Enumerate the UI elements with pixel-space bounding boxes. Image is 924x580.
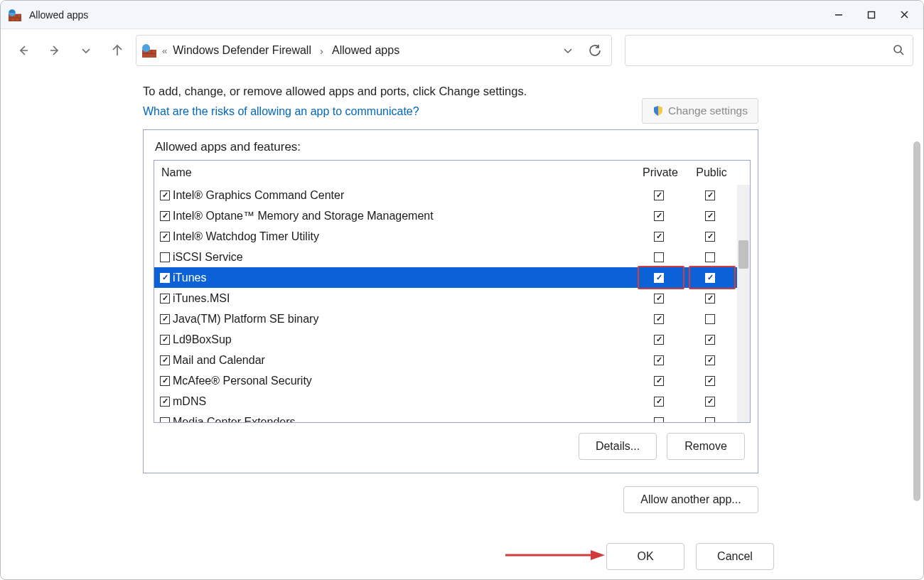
column-private[interactable]: Private: [635, 166, 686, 179]
column-public[interactable]: Public: [686, 166, 737, 179]
allowed-apps-group: Allowed apps and features: Name Private …: [143, 129, 758, 473]
enable-checkbox[interactable]: [160, 252, 170, 262]
remove-button[interactable]: Remove: [667, 433, 745, 460]
private-checkbox[interactable]: [654, 314, 664, 324]
public-checkbox[interactable]: [705, 335, 715, 345]
table-row[interactable]: Java(TM) Platform SE binary: [154, 308, 750, 329]
public-checkbox[interactable]: [705, 252, 715, 262]
private-checkbox[interactable]: [654, 273, 664, 283]
list-scrollbar[interactable]: [737, 185, 750, 422]
address-bar[interactable]: « Windows Defender Firewall › Allowed ap…: [136, 35, 612, 66]
private-checkbox[interactable]: [654, 211, 664, 221]
table-row[interactable]: mDNS: [154, 391, 750, 412]
public-checkbox[interactable]: [705, 273, 715, 283]
table-row[interactable]: iTunes.MSI: [154, 288, 750, 308]
app-name: Media Center Extenders: [173, 416, 635, 423]
enable-checkbox[interactable]: [160, 417, 170, 423]
apps-listbox[interactable]: Name Private Public Intel® Graphics Comm…: [154, 160, 751, 423]
risks-link[interactable]: What are the risks of allowing an app to…: [143, 105, 419, 117]
public-checkbox[interactable]: [705, 232, 715, 242]
private-checkbox[interactable]: [654, 232, 664, 242]
window-title: Allowed apps: [29, 9, 88, 21]
enable-checkbox[interactable]: [160, 211, 170, 221]
svg-rect-10: [869, 11, 875, 18]
chevron-right-icon: ›: [320, 45, 323, 57]
public-checkbox[interactable]: [705, 190, 715, 200]
table-row[interactable]: Ld9BoxSup: [154, 329, 750, 350]
app-name: McAfee® Personal Security: [173, 375, 635, 387]
dialog-footer: OK Cancel: [1, 534, 923, 579]
nav-row: « Windows Defender Firewall › Allowed ap…: [1, 29, 923, 72]
breadcrumb-current[interactable]: Allowed apps: [332, 44, 399, 57]
close-button[interactable]: [888, 1, 920, 29]
app-name: iTunes: [173, 272, 635, 284]
content-area: To add, change, or remove allowed apps a…: [1, 72, 923, 534]
table-row[interactable]: Media Center Extenders: [154, 412, 750, 422]
app-name: iTunes.MSI: [173, 292, 635, 305]
public-checkbox[interactable]: [705, 417, 715, 423]
svg-point-20: [142, 44, 150, 52]
page-scrollbar[interactable]: [912, 77, 922, 530]
page-scrollbar-thumb[interactable]: [913, 141, 920, 501]
enable-checkbox[interactable]: [160, 232, 170, 242]
intro-text: To add, change, or remove allowed apps a…: [143, 85, 768, 98]
refresh-button[interactable]: [584, 40, 606, 61]
annotation-arrow: [505, 548, 605, 562]
details-button[interactable]: Details...: [579, 433, 657, 460]
private-checkbox[interactable]: [654, 252, 664, 262]
list-header: Name Private Public: [154, 161, 750, 185]
forward-button[interactable]: [42, 38, 68, 63]
maximize-button[interactable]: [855, 1, 888, 29]
allow-another-app-button[interactable]: Allow another app...: [623, 486, 758, 513]
private-checkbox[interactable]: [654, 335, 664, 345]
enable-checkbox[interactable]: [160, 335, 170, 345]
table-row[interactable]: Intel® Optane™ Memory and Storage Manage…: [154, 205, 750, 226]
svg-line-22: [901, 52, 903, 55]
search-input[interactable]: [625, 35, 913, 66]
private-checkbox[interactable]: [654, 397, 664, 407]
table-row[interactable]: Mail and Calendar: [154, 350, 750, 370]
private-checkbox[interactable]: [654, 294, 664, 304]
public-checkbox[interactable]: [705, 211, 715, 221]
ok-button[interactable]: OK: [606, 543, 684, 570]
app-name: Ld9BoxSup: [173, 333, 635, 346]
enable-checkbox[interactable]: [160, 190, 170, 200]
public-checkbox[interactable]: [705, 376, 715, 386]
table-row[interactable]: iSCSI Service: [154, 247, 750, 267]
breadcrumb-parent[interactable]: Windows Defender Firewall: [173, 44, 311, 57]
public-checkbox[interactable]: [705, 397, 715, 407]
table-row[interactable]: iTunes: [154, 267, 750, 288]
recent-dropdown[interactable]: [73, 38, 99, 63]
enable-checkbox[interactable]: [160, 397, 170, 407]
enable-checkbox[interactable]: [160, 355, 170, 365]
private-checkbox[interactable]: [654, 355, 664, 365]
public-checkbox[interactable]: [705, 314, 715, 324]
table-row[interactable]: Intel® Watchdog Timer Utility: [154, 226, 750, 247]
scrollbar-thumb[interactable]: [738, 240, 748, 269]
table-row[interactable]: McAfee® Personal Security: [154, 370, 750, 391]
column-name[interactable]: Name: [154, 166, 635, 179]
table-row[interactable]: Intel® Graphics Command Center: [154, 185, 750, 205]
titlebar: Allowed apps: [1, 1, 923, 29]
path-overflow-icon[interactable]: «: [162, 45, 167, 56]
private-checkbox[interactable]: [654, 376, 664, 386]
enable-checkbox[interactable]: [160, 273, 170, 283]
app-name: Intel® Watchdog Timer Utility: [173, 230, 635, 243]
enable-checkbox[interactable]: [160, 376, 170, 386]
address-dropdown[interactable]: [557, 40, 579, 61]
private-checkbox[interactable]: [654, 417, 664, 423]
app-name: Intel® Graphics Command Center: [173, 189, 635, 202]
enable-checkbox[interactable]: [160, 314, 170, 324]
search-icon: [893, 44, 904, 58]
back-button[interactable]: [11, 38, 36, 63]
public-checkbox[interactable]: [705, 294, 715, 304]
enable-checkbox[interactable]: [160, 294, 170, 304]
change-settings-label: Change settings: [668, 104, 748, 117]
minimize-button[interactable]: [822, 1, 855, 29]
change-settings-button[interactable]: Change settings: [642, 98, 758, 124]
private-checkbox[interactable]: [654, 190, 664, 200]
cancel-button[interactable]: Cancel: [696, 543, 774, 570]
up-button[interactable]: [104, 38, 130, 63]
firewall-icon: [8, 8, 22, 22]
public-checkbox[interactable]: [705, 355, 715, 365]
